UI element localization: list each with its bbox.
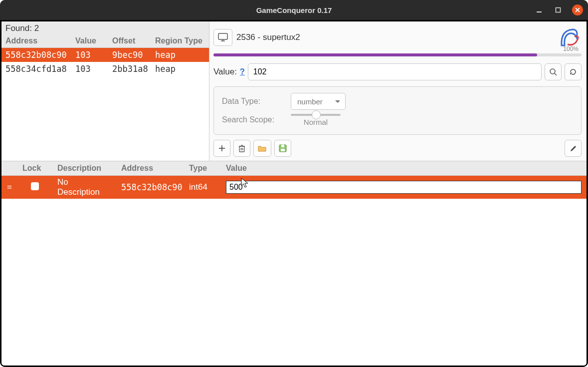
save-icon: [279, 144, 287, 152]
folder-open-icon: [258, 145, 267, 152]
scan-panel: 2536 - supertux2 100% Value: ?: [209, 21, 587, 161]
pencil-icon: [570, 145, 577, 152]
open-button[interactable]: [253, 140, 271, 157]
save-button[interactable]: [274, 140, 291, 157]
svg-rect-4: [218, 33, 227, 39]
value-edit-input[interactable]: [226, 181, 582, 194]
lock-checkbox[interactable]: [31, 182, 39, 190]
search-button[interactable]: [545, 63, 562, 80]
col-offset[interactable]: Offset: [108, 34, 151, 48]
cheat-table[interactable]: Lock Description Address Type Value = No…: [1, 161, 587, 199]
table-row[interactable]: 558c32b08c90 103 9bec90 heap: [1, 48, 209, 62]
found-label: Found: 2: [1, 21, 209, 34]
delete-button[interactable]: [233, 140, 250, 157]
col-caddr[interactable]: Address: [116, 161, 184, 176]
col-desc[interactable]: Description: [52, 161, 116, 176]
plus-icon: [218, 145, 225, 152]
cheat-panel: Lock Description Address Type Value = No…: [1, 161, 587, 366]
col-ctype[interactable]: Type: [184, 161, 221, 176]
col-value[interactable]: Value: [71, 34, 108, 48]
scope-label: Search Scope:: [222, 115, 282, 124]
col-lock[interactable]: Lock: [17, 161, 52, 176]
minimize-button[interactable]: [534, 5, 544, 15]
cheat-row[interactable]: = No Description 558c32b08c90 int64: [1, 176, 587, 199]
value-input[interactable]: [248, 63, 542, 80]
trash-icon: [238, 144, 245, 152]
add-button[interactable]: [213, 140, 230, 157]
progress-bar: 100%: [213, 53, 582, 56]
svg-line-8: [555, 73, 557, 75]
window-title: GameConqueror 0.17: [256, 6, 332, 14]
col-region[interactable]: Region Type: [151, 34, 209, 48]
svg-rect-19: [281, 145, 284, 147]
col-cvalue[interactable]: Value: [221, 161, 587, 176]
scan-options: Data Type: number Search Scope: Normal: [213, 86, 582, 135]
results-table[interactable]: Address Value Offset Region Type 558c32b…: [1, 34, 209, 76]
refresh-icon: [569, 68, 577, 76]
process-label: 2536 - supertux2: [236, 32, 300, 42]
maximize-button[interactable]: [553, 5, 563, 15]
scope-slider[interactable]: [291, 114, 341, 116]
progress-text: 100%: [563, 45, 579, 52]
close-button[interactable]: [572, 4, 583, 15]
svg-point-7: [550, 69, 555, 74]
monitor-icon: [218, 33, 228, 42]
svg-rect-1: [556, 8, 561, 12]
col-address[interactable]: Address: [1, 34, 71, 48]
table-row[interactable]: 558c34cfd1a8 103 2bb31a8 heap: [1, 62, 209, 76]
value-label: Value:: [213, 67, 237, 77]
svg-rect-18: [281, 149, 285, 151]
reset-button[interactable]: [565, 63, 582, 80]
titlebar: GameConqueror 0.17: [0, 0, 588, 20]
data-type-dropdown[interactable]: number: [291, 93, 346, 110]
results-panel: Found: 2 Address Value Offset Region Typ…: [1, 21, 209, 161]
select-process-button[interactable]: [213, 29, 232, 46]
search-icon: [549, 68, 557, 76]
edit-button[interactable]: [565, 140, 582, 157]
data-type-label: Data Type:: [222, 97, 282, 106]
value-help-link[interactable]: ?: [240, 67, 245, 76]
